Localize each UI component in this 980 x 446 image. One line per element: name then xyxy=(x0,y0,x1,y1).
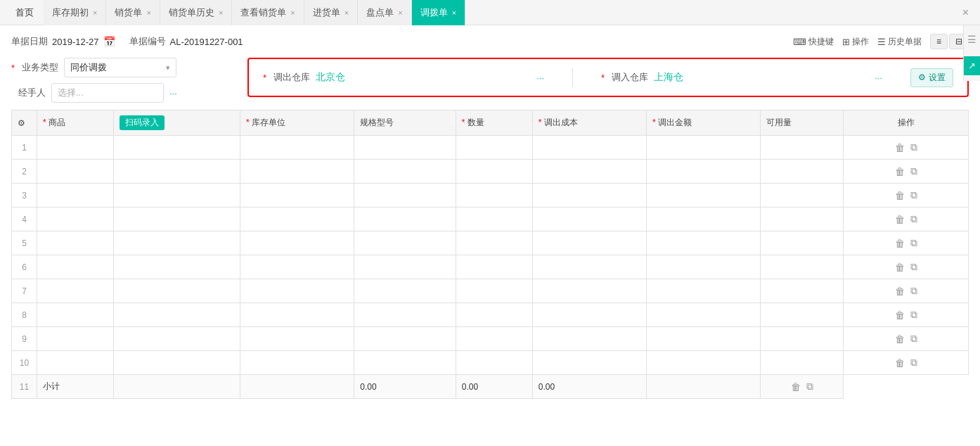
cell-product-2[interactable] xyxy=(37,160,114,184)
in-warehouse-value[interactable]: 上海仓 xyxy=(654,71,683,84)
tab-sales-order[interactable]: 销货单 × xyxy=(106,0,160,25)
cell-scan-9 xyxy=(113,327,240,351)
delete-row-6-btn[interactable]: 🗑 xyxy=(894,260,906,274)
delete-row-3-btn[interactable]: 🗑 xyxy=(894,189,906,203)
in-warehouse-required-star: * xyxy=(601,72,605,83)
history-icon: ☰ xyxy=(877,37,886,47)
cell-amount-7 xyxy=(647,279,761,303)
form-header-left: 单据日期 2019-12-27 📅 单据编号 AL-20191227-001 xyxy=(11,35,243,48)
tab-inventory-init[interactable]: 库存期初 × xyxy=(44,0,106,25)
row-num-7: 7 xyxy=(12,279,37,303)
copy-row-5-btn[interactable]: ⧉ xyxy=(909,236,919,250)
th-settings[interactable]: ⚙ xyxy=(12,110,37,136)
close-tab-sales-history[interactable]: × xyxy=(219,8,223,17)
th-unit: * 库存单位 xyxy=(240,110,354,136)
num-label: 单据编号 xyxy=(129,35,166,48)
tab-stocktake[interactable]: 盘点单 × xyxy=(358,0,411,25)
close-tab-transfer[interactable]: × xyxy=(452,8,456,17)
copy-row-9-btn[interactable]: ⧉ xyxy=(909,331,919,346)
copy-row-6-btn[interactable]: ⧉ xyxy=(909,260,919,274)
row-num-2: 2 xyxy=(12,160,37,184)
copy-row-8-btn[interactable]: ⧉ xyxy=(909,307,919,322)
in-warehouse-label: 调入仓库 xyxy=(612,71,648,84)
tab-home[interactable]: 首页 xyxy=(6,0,44,25)
cell-scan-6 xyxy=(113,255,240,279)
out-warehouse-value[interactable]: 北京仓 xyxy=(316,71,345,84)
copy-row-10-btn[interactable]: ⧉ xyxy=(909,355,919,370)
cell-scan-8 xyxy=(113,303,240,327)
cell-scan-10 xyxy=(113,351,240,375)
business-row: * 业务类型 同价调拨 ▾ 经手人 选择... ··· * 调出仓库 北京仓 xyxy=(11,58,969,103)
delete-row-7-btn[interactable]: 🗑 xyxy=(894,284,906,298)
th-quantity: * 数量 xyxy=(456,110,532,136)
delete-row-5-btn[interactable]: 🗑 xyxy=(894,236,906,250)
scan-input-btn[interactable]: 扫码录入 xyxy=(120,115,165,130)
cell-quantity-10 xyxy=(456,351,532,375)
close-tab-view-sales[interactable]: × xyxy=(290,8,295,17)
form-header: 单据日期 2019-12-27 📅 单据编号 AL-20191227-001 ⌨… xyxy=(11,34,969,49)
delete-row-8-btn[interactable]: 🗑 xyxy=(894,308,906,322)
row-num-10: 10 xyxy=(12,351,37,375)
in-warehouse-more-btn[interactable]: ··· xyxy=(875,72,882,83)
cell-scan-4 xyxy=(113,208,240,231)
row-num-3: 3 xyxy=(12,184,37,208)
calendar-icon[interactable]: 📅 xyxy=(103,36,115,47)
cell-product-1[interactable] xyxy=(37,136,114,160)
delete-row-11-btn[interactable]: 🗑 xyxy=(789,380,802,394)
close-tab-purchase-order[interactable]: × xyxy=(344,8,349,17)
copy-row-3-btn[interactable]: ⧉ xyxy=(909,188,919,203)
copy-row-7-btn[interactable]: ⧉ xyxy=(909,283,919,298)
delete-row-9-btn[interactable]: 🗑 xyxy=(894,332,906,346)
close-all-tabs[interactable]: × xyxy=(957,6,974,19)
tab-view-sales[interactable]: 查看销货单 × xyxy=(232,0,304,25)
cell-product-6[interactable] xyxy=(37,255,114,279)
close-tab-sales-order[interactable]: × xyxy=(146,8,150,17)
warehouse-settings-btn[interactable]: ⚙ 设置 xyxy=(910,68,953,87)
data-table: ⚙ * 商品 扫码录入 * 库存单位 规格型号 * 数量 xyxy=(11,110,969,399)
cell-product-10[interactable] xyxy=(37,351,114,375)
warehouse-box: * 调出仓库 北京仓 ··· * 调入仓库 上海仓 ··· ⚙ 设置 xyxy=(247,58,969,97)
cell-product-11[interactable]: 小计 xyxy=(37,375,114,399)
shortcut-btn[interactable]: ⌨ 快捷键 xyxy=(793,36,834,48)
cell-product-5[interactable] xyxy=(37,231,114,255)
copy-row-11-btn[interactable]: ⧉ xyxy=(805,379,815,394)
operation-btn[interactable]: ⊞ 操作 xyxy=(842,36,869,48)
cell-cost-2 xyxy=(532,160,646,184)
tab-transfer[interactable]: 调拨单 × xyxy=(412,0,465,25)
cell-product-4[interactable] xyxy=(37,208,114,231)
cell-scan-2 xyxy=(113,160,240,184)
list-view-btn[interactable]: ≡ xyxy=(930,34,948,49)
handler-more-btn[interactable]: ··· xyxy=(169,88,177,98)
cell-unit-1 xyxy=(240,136,354,160)
cell-product-9[interactable] xyxy=(37,327,114,351)
cell-unit-11 xyxy=(113,375,240,399)
tab-purchase-order[interactable]: 进货单 × xyxy=(304,0,358,25)
delete-row-1-btn[interactable]: 🗑 xyxy=(894,141,906,155)
business-type-dropdown[interactable]: 同价调拨 ▾ xyxy=(64,58,176,77)
delete-row-10-btn[interactable]: 🗑 xyxy=(894,356,906,370)
cell-product-8[interactable] xyxy=(37,303,114,327)
copy-row-4-btn[interactable]: ⧉ xyxy=(909,212,919,227)
history-btn[interactable]: ☰ 历史单据 xyxy=(877,36,922,48)
cell-available-4 xyxy=(761,208,844,231)
tab-sales-history[interactable]: 销货单历史 × xyxy=(160,0,232,25)
table-wrapper[interactable]: ⚙ * 商品 扫码录入 * 库存单位 规格型号 * 数量 xyxy=(11,110,969,399)
cell-quantity-9 xyxy=(456,327,532,351)
business-type-required-star: * xyxy=(11,63,15,73)
cell-spec-5 xyxy=(354,231,456,255)
close-tab-inventory-init[interactable]: × xyxy=(93,8,97,17)
num-field: 单据编号 AL-20191227-001 xyxy=(129,35,243,48)
cell-product-7[interactable] xyxy=(37,279,114,303)
copy-row-1-btn[interactable]: ⧉ xyxy=(909,140,919,155)
copy-row-2-btn[interactable]: ⧉ xyxy=(909,164,919,179)
cell-product-3[interactable] xyxy=(37,184,114,208)
delete-row-2-btn[interactable]: 🗑 xyxy=(894,165,906,179)
out-warehouse-more-btn[interactable]: ··· xyxy=(536,72,544,83)
close-tab-stocktake[interactable]: × xyxy=(398,8,402,17)
cell-spec-3 xyxy=(354,184,456,208)
sidebar-list-icon[interactable]: ☰ xyxy=(965,31,979,48)
cell-available-1 xyxy=(761,136,844,160)
sidebar-expand-icon[interactable]: ↗ xyxy=(964,56,980,75)
delete-row-4-btn[interactable]: 🗑 xyxy=(894,212,906,227)
handler-input[interactable]: 选择... xyxy=(51,83,164,103)
